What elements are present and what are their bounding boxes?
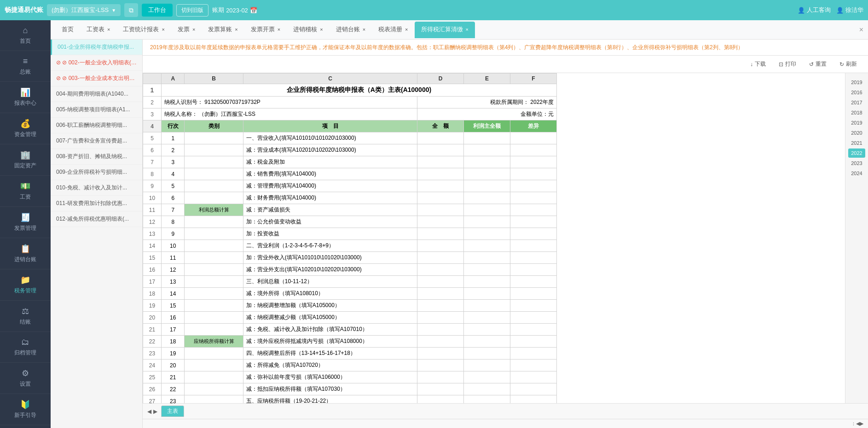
amount-cell[interactable] (417, 371, 464, 383)
sheet-tab-main[interactable]: 主表 (161, 405, 184, 417)
diff-cell[interactable] (510, 204, 557, 216)
refresh-button[interactable]: ↻ 刷新 (836, 58, 861, 70)
profit-cell[interactable] (464, 288, 510, 300)
profit-cell[interactable] (464, 204, 510, 216)
tab-salary[interactable]: 工资表 × (80, 22, 116, 38)
left-panel-item-002[interactable]: ⊘ 002-一般企业收入明细表(A1... (51, 55, 142, 71)
workbench-button[interactable]: 工作台 (142, 4, 173, 17)
amount-cell[interactable] (417, 216, 464, 228)
user-name[interactable]: 👤 徐洁华 (836, 6, 863, 14)
amount-cell[interactable] (417, 192, 464, 204)
year-2022[interactable]: 2022 (848, 148, 865, 158)
copy-icon-btn[interactable]: ⧉ (124, 3, 138, 17)
tab-invoice-open[interactable]: 发票开票 × (244, 22, 287, 38)
tab-sales-audit-close[interactable]: × (320, 27, 323, 32)
profit-cell[interactable] (464, 144, 510, 156)
scroll-right-icon[interactable]: ▶ (860, 421, 863, 427)
diff-cell[interactable] (510, 156, 557, 168)
diff-cell[interactable] (510, 276, 557, 288)
sidebar-item-archive[interactable]: 🗂 归档管理 (0, 332, 51, 363)
tab-invoice-close[interactable]: × (192, 27, 195, 32)
amount-cell[interactable] (417, 395, 464, 404)
sidebar-item-asset[interactable]: 🏢 固定资产 (0, 144, 51, 176)
tab-salary-close[interactable]: × (107, 27, 110, 32)
diff-cell[interactable] (510, 300, 557, 312)
amount-cell[interactable] (417, 383, 464, 395)
year-2024[interactable]: 2024 (848, 169, 865, 178)
year-2019[interactable]: 2019 (848, 118, 865, 127)
profit-cell[interactable] (464, 216, 510, 228)
year-2018[interactable]: 2018 (848, 108, 865, 117)
scroll-left-icon[interactable]: ◀ (856, 421, 860, 427)
profit-cell[interactable] (464, 395, 510, 404)
diff-cell[interactable] (510, 371, 557, 383)
left-panel-item-005[interactable]: 005-纳税调整项目明细表(A1... (51, 102, 142, 118)
profit-cell[interactable] (464, 132, 510, 144)
diff-cell[interactable] (510, 240, 557, 252)
sidebar-item-fund[interactable]: 💰 资金管理 (0, 113, 51, 144)
left-panel-item-001[interactable]: 001-企业所得税年度纳税申报... (51, 40, 142, 55)
amount-cell[interactable] (417, 288, 464, 300)
tab-home[interactable]: 首页 (55, 22, 80, 38)
diff-cell[interactable] (510, 228, 557, 240)
amount-cell[interactable] (417, 360, 464, 371)
sidebar-item-tax[interactable]: 📁 税务管理 (0, 269, 51, 301)
profit-cell[interactable] (464, 252, 510, 264)
profit-cell[interactable] (464, 168, 510, 180)
tab-invoice-open-close[interactable]: × (278, 27, 280, 32)
sidebar-item-settings[interactable]: ⚙ 设置 (0, 363, 51, 394)
print-button[interactable]: ⊡ 打印 (775, 58, 800, 70)
tab-salary-report[interactable]: 工资统计报表 × (116, 22, 171, 38)
year-2019-top[interactable]: 2019 (848, 78, 865, 87)
amount-cell[interactable] (417, 276, 464, 288)
diff-cell[interactable] (510, 216, 557, 228)
profit-cell[interactable] (464, 312, 510, 324)
profit-cell[interactable] (464, 336, 510, 348)
prev-sheet-arrow[interactable]: ◀ (147, 408, 151, 415)
profit-cell[interactable] (464, 240, 510, 252)
tab-salary-report-close[interactable]: × (162, 27, 164, 32)
amount-cell[interactable] (417, 348, 464, 360)
left-panel-item-003[interactable]: ⊘ 003-一般企业成本支出明细... (51, 71, 142, 86)
sidebar-item-ledger[interactable]: ≡ 总账 (0, 51, 51, 82)
amount-cell[interactable] (417, 240, 464, 252)
download-button[interactable]: ↓ 下载 (746, 58, 770, 70)
sidebar-item-member[interactable]: V 畅会员 (0, 425, 51, 428)
year-2017[interactable]: 2017 (848, 98, 865, 107)
diff-cell[interactable] (510, 180, 557, 192)
profit-cell[interactable] (464, 156, 510, 168)
close-all-button[interactable]: × (859, 26, 863, 34)
diff-cell[interactable] (510, 395, 557, 404)
amount-cell[interactable] (417, 264, 464, 276)
tab-income-tax-close[interactable]: × (466, 27, 469, 32)
sidebar-item-salary[interactable]: 💵 工资 (0, 176, 51, 207)
amount-cell[interactable] (417, 252, 464, 264)
sidebar-item-home[interactable]: ⌂ 首页 (0, 20, 51, 51)
amount-cell[interactable] (417, 132, 464, 144)
switch-button[interactable]: 切到旧版 (176, 4, 208, 17)
profit-cell[interactable] (464, 383, 510, 395)
diff-cell[interactable] (510, 360, 557, 371)
company-selector[interactable]: (勿删）江西服宝-LSS ▼ (47, 4, 121, 16)
profit-cell[interactable] (464, 360, 510, 371)
year-2021[interactable]: 2021 (848, 138, 865, 148)
sidebar-item-guide[interactable]: 🔰 新手引导 (0, 394, 51, 425)
year-2023[interactable]: 2023 (848, 159, 865, 168)
profit-cell[interactable] (464, 180, 510, 192)
profit-cell[interactable] (464, 276, 510, 288)
year-2020[interactable]: 2020 (848, 128, 865, 137)
tab-tax-table[interactable]: 税表清册 × (372, 22, 414, 38)
tab-sales-ledger-close[interactable]: × (363, 27, 365, 32)
left-panel-item-009[interactable]: 009-企业所得税补亏损明细... (51, 165, 142, 180)
tab-income-tax[interactable]: 所得税汇算清缴 × (415, 22, 475, 38)
profit-cell[interactable] (464, 348, 510, 360)
left-panel-item-010[interactable]: 010-免税、减计收入及加计... (51, 180, 142, 196)
diff-cell[interactable] (510, 336, 557, 348)
diff-cell[interactable] (510, 252, 557, 264)
amount-cell[interactable] (417, 204, 464, 216)
amount-cell[interactable] (417, 228, 464, 240)
diff-cell[interactable] (510, 383, 557, 395)
profit-cell[interactable] (464, 300, 510, 312)
user-service[interactable]: 👤 人工客询 (798, 6, 831, 14)
amount-cell[interactable] (417, 324, 464, 336)
